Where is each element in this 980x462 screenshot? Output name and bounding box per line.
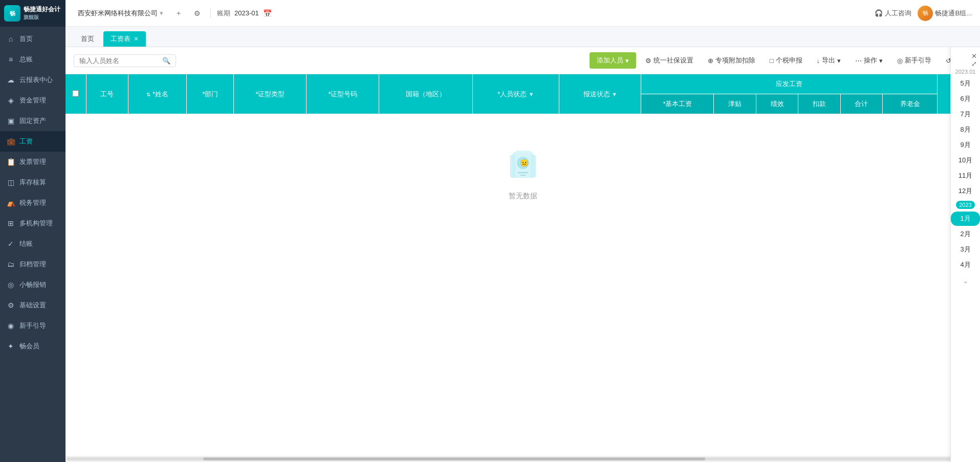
operations-button[interactable]: ⋯ 操作 ▾ [850, 53, 888, 68]
tab-salary-table[interactable]: 工资表 ✕ [103, 31, 146, 47]
search-input[interactable] [79, 57, 159, 65]
month-4-2023[interactable]: 4月 [951, 258, 980, 272]
guide-icon: ◉ [6, 322, 15, 330]
th-payroll-group: 应发工资 [641, 74, 938, 94]
export-label: 导出 [822, 56, 835, 65]
sidebar-item-ledger[interactable]: ≡ 总账 [0, 49, 66, 70]
horizontal-scrollbar[interactable] [66, 456, 980, 462]
panel-close-button[interactable]: ✕ [951, 49, 980, 60]
company-name: 西安虾米网络科技有限公司 [78, 9, 158, 18]
select-all-checkbox[interactable] [72, 90, 79, 97]
settings-icon: ⚙ [6, 301, 15, 309]
period-label: 账期 [217, 9, 230, 18]
period-display: 2023.01 [951, 68, 980, 76]
right-date-panel: ✕ ⤢ 2023.01 5月 6月 7月 8月 9月 10月 11月 12月 2… [950, 47, 980, 462]
chevron-down-icon: ▾ [879, 57, 883, 65]
company-selector[interactable]: 西安虾米网络科技有限公司 ▾ [74, 7, 167, 20]
sidebar-item-settle[interactable]: ✓ 结账 [0, 234, 66, 254]
special-deduction-button[interactable]: ⊕ 专项附加扣除 [703, 53, 760, 68]
sidebar-item-label: 畅会员 [19, 342, 39, 351]
sidebar-item-guide[interactable]: ◉ 新手引导 [0, 316, 66, 336]
month-9[interactable]: 9月 [951, 138, 980, 152]
sidebar-item-expense[interactable]: ◎ 小畅报销 [0, 275, 66, 295]
panel-nav-down[interactable]: ⌄ [961, 275, 971, 287]
operations-icon: ⋯ [855, 57, 862, 65]
sidebar-item-multi-org[interactable]: ⊞ 多机构管理 [0, 213, 66, 234]
support-button[interactable]: 🎧 人工咨询 [875, 9, 911, 18]
filter-icon-2: ▼ [612, 91, 617, 97]
sidebar-item-label: 资金管理 [19, 96, 46, 105]
sidebar-item-member[interactable]: ✦ 畅会员 [0, 336, 66, 356]
month-2-2023[interactable]: 2月 [951, 227, 980, 241]
sidebar-nav: ⌂ 首页 ≡ 总账 ☁ 云报表中心 ◈ 资金管理 ▣ 固定资产 💼 工资 📋 发… [0, 27, 66, 462]
social-security-button[interactable]: ⚙ 统一社保设置 [640, 53, 699, 68]
tax-icon: ⛺ [6, 199, 15, 207]
search-icon: 🔍 [162, 57, 170, 65]
headset-icon: 🎧 [875, 9, 883, 17]
sidebar-item-label: 多机构管理 [19, 219, 53, 228]
guide-icon: ◎ [897, 57, 903, 65]
sidebar-item-inventory[interactable]: ◫ 库存核算 [0, 172, 66, 193]
sidebar-item-salary[interactable]: 💼 工资 [0, 131, 66, 152]
sidebar-item-label: 小畅报销 [19, 280, 46, 289]
empty-state: 😐 暂无数据 [66, 114, 980, 232]
sidebar-item-tax[interactable]: ⛺ 税务管理 [0, 193, 66, 213]
th-total: 合计 [840, 94, 882, 114]
th-id-number: *证型号码 [307, 74, 379, 114]
sidebar-item-settings[interactable]: ⚙ 基础设置 [0, 295, 66, 316]
sidebar-item-cloud-report[interactable]: ☁ 云报表中心 [0, 70, 66, 90]
th-name: ⇅ *姓名 [128, 74, 186, 114]
tax-declaration-button[interactable]: □ 个税申报 [765, 53, 808, 68]
add-company-button[interactable]: ＋ [171, 6, 186, 20]
month-11[interactable]: 11月 [951, 169, 980, 183]
month-7[interactable]: 7月 [951, 107, 980, 121]
sidebar-item-fixed-assets[interactable]: ▣ 固定资产 [0, 111, 66, 131]
scrollbar-thumb[interactable] [203, 457, 705, 460]
archive-icon: 🗂 [6, 260, 15, 268]
month-8[interactable]: 8月 [951, 122, 980, 137]
sidebar-item-label: 归档管理 [19, 260, 46, 269]
expense-icon: ◎ [6, 281, 15, 289]
ledger-icon: ≡ [6, 55, 15, 64]
logo-title: 畅捷通好会计 [24, 6, 60, 14]
th-deduction: 扣款 [798, 94, 840, 114]
panel-expand[interactable]: ⤢ [951, 60, 980, 68]
export-button[interactable]: ↓ 导出 ▾ [812, 53, 846, 68]
month-10[interactable]: 10月 [951, 153, 980, 167]
salary-table: 工号 ⇅ *姓名 *部门 *证型类型 *证型号码 国籍（地区） *人员状态 ▼ [66, 74, 980, 114]
chevron-down-icon: ▾ [837, 57, 841, 65]
sidebar-item-fund[interactable]: ◈ 资金管理 [0, 90, 66, 111]
assets-icon: ▣ [6, 117, 15, 125]
export-icon: ↓ [817, 57, 820, 65]
sidebar-item-label: 云报表中心 [19, 75, 53, 85]
th-job-number: 工号 [86, 74, 128, 114]
toolbar: 🔍 添加人员 ▾ ⚙ 统一社保设置 ⊕ 专项附加扣除 [66, 47, 980, 74]
month-5[interactable]: 5月 [951, 76, 980, 91]
month-12[interactable]: 12月 [951, 184, 980, 198]
sidebar-item-label: 新手引导 [19, 321, 46, 330]
month-3-2023[interactable]: 3月 [951, 242, 980, 257]
guide-button[interactable]: ◎ 新手引导 [892, 53, 937, 68]
chevron-down-icon: ▾ [625, 57, 629, 65]
sidebar-item-home[interactable]: ⌂ 首页 [0, 29, 66, 49]
logo-subtitle: 旗舰版 [24, 14, 60, 21]
search-box[interactable]: 🔍 [74, 54, 176, 67]
tab-home[interactable]: 首页 [74, 31, 101, 47]
fund-icon: ◈ [6, 96, 15, 104]
th-performance: 绩效 [756, 94, 798, 114]
month-1-2023[interactable]: 1月 [951, 212, 980, 226]
month-6[interactable]: 6月 [951, 92, 980, 106]
settings-button[interactable]: ⚙ [190, 6, 204, 20]
logo-text-block: 畅捷通好会计 旗舰版 [24, 6, 60, 21]
close-icon[interactable]: ✕ [134, 35, 139, 43]
add-person-button[interactable]: 添加人员 ▾ [590, 52, 636, 69]
sidebar-item-invoice[interactable]: 📋 发票管理 [0, 152, 66, 172]
sidebar-item-archive[interactable]: 🗂 归档管理 [0, 254, 66, 275]
calendar-icon[interactable]: 📅 [263, 9, 272, 17]
content-area: 🔍 添加人员 ▾ ⚙ 统一社保设置 ⊕ 专项附加扣除 [66, 47, 980, 462]
filter-icon: ▼ [529, 91, 534, 97]
user-menu[interactable]: 畅 畅捷通B组... [918, 6, 972, 21]
main-area: 西安虾米网络科技有限公司 ▾ ＋ ⚙ 账期 2023-01 📅 🎧 人工咨询 畅… [66, 0, 980, 462]
guide-label: 新手引导 [905, 56, 931, 65]
th-department: *部门 [187, 74, 234, 114]
